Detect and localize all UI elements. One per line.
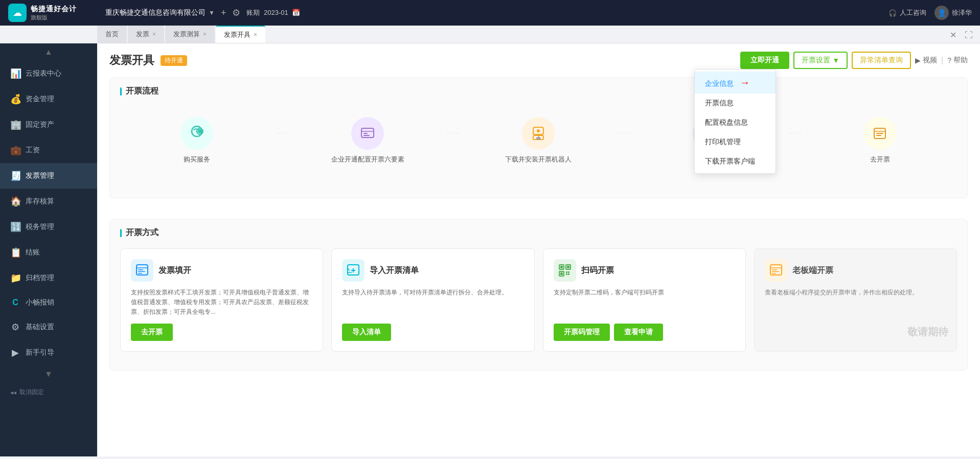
sidebar-item-guide[interactable]: ▶ 新手引导	[0, 340, 97, 365]
sidebar-scroll-down[interactable]: ▼	[0, 365, 97, 383]
invoice-settings-dropdown: 企业信息 → 开票信息 配置税盘信息 打印机管理 下	[694, 69, 776, 174]
add-company-button[interactable]: +	[221, 8, 226, 18]
video-label: 视频	[923, 56, 937, 65]
tab-invoice-tool-label: 发票开具	[224, 30, 250, 39]
sidebar-item-archive[interactable]: 📁 归档管理	[0, 265, 97, 291]
logo-title: 畅捷通好会计	[31, 5, 77, 14]
svg-rect-4	[361, 128, 374, 137]
activate-button[interactable]: 立即开通	[740, 52, 789, 69]
dropdown-arrow-icon: ▼	[832, 56, 839, 64]
fill-icon	[131, 259, 153, 282]
guide-icon: ▶	[10, 347, 20, 358]
sidebar-item-invoice-mgmt[interactable]: 🧾 发票管理	[0, 163, 97, 189]
help-button[interactable]: ? 帮助	[947, 56, 968, 65]
video-button[interactable]: ▶ 视频	[915, 56, 937, 65]
svg-rect-29	[567, 266, 569, 268]
tab-bar: 首页 发票 × 发票测算 × 发票开具 × ✕ ⛶	[0, 26, 980, 43]
svg-rect-30	[560, 272, 563, 275]
tab-home[interactable]: 首页	[97, 26, 127, 43]
tab-invoice-test[interactable]: 发票测算 ×	[165, 26, 215, 43]
page-header: 发票开具 待开通 立即开通 开票设置 ▼ 企业信息 →	[97, 43, 980, 77]
dropdown-item-company-info[interactable]: 企业信息 →	[695, 72, 776, 94]
flow-section: 开票流程 +	[97, 77, 980, 219]
svg-rect-39	[772, 273, 776, 274]
svg-rect-7	[363, 135, 370, 136]
headset-icon: 🎧	[888, 9, 897, 17]
step-go-invoice-icon	[863, 117, 896, 150]
flow-connector-4: · · · · ·	[786, 130, 803, 136]
sidebar-item-funds[interactable]: 💰 资金管理	[0, 86, 97, 112]
logo-icon: ☁	[8, 4, 27, 22]
boss-title: 老板端开票	[792, 265, 833, 276]
accounting-icon: 📋	[10, 247, 20, 258]
svg-point-1	[198, 129, 202, 133]
step-buy-icon: +	[180, 117, 213, 150]
xiaochang-icon: C	[10, 298, 20, 307]
tab-invoice-close[interactable]: ×	[152, 31, 156, 38]
consult-label: 人工咨询	[900, 8, 926, 17]
svg-text:🤖: 🤖	[536, 135, 541, 140]
sidebar-item-reports[interactable]: 📊 云报表中心	[0, 61, 97, 86]
sidebar-item-tax[interactable]: 🔢 税务管理	[0, 214, 97, 240]
flow-connector-2: · · · · ·	[445, 130, 462, 136]
sidebar-item-accounting[interactable]: 📋 结账	[0, 240, 97, 265]
qr-code-manage-button[interactable]: 开票码管理	[554, 324, 610, 341]
sidebar-item-tax-label: 税务管理	[26, 222, 54, 232]
svg-point-9	[537, 129, 540, 132]
sidebar-item-xiaochang-label: 小畅报销	[26, 298, 54, 307]
tab-invoice-test-close[interactable]: ×	[203, 31, 207, 38]
tab-invoice-tool[interactable]: 发票开具 ×	[216, 26, 265, 43]
coming-soon-text: 敬请期待	[907, 326, 948, 337]
sidebar-item-xiaochang[interactable]: C 小畅报销	[0, 291, 97, 314]
sidebar-item-guide-label: 新手引导	[26, 348, 54, 357]
flow-step-install: 🤖 下载并安装开票机器人	[462, 117, 616, 164]
invoice-settings-button[interactable]: 开票设置 ▼	[793, 52, 848, 69]
sidebar-item-settings[interactable]: ⚙ 基础设置	[0, 314, 97, 340]
help-label: 帮助	[953, 56, 968, 65]
sidebar-item-inventory[interactable]: 🏠 库存核算	[0, 189, 97, 214]
dropdown-item-invoice-info[interactable]: 开票信息	[695, 94, 776, 113]
scan-title: 扫码开票	[581, 265, 614, 276]
settings-icon-button[interactable]: ⚙	[232, 7, 240, 18]
unpin-icon: ◂◂	[10, 389, 16, 396]
settings-dropdown-container: 开票设置 ▼ 企业信息 → 开票信息 配置税盘信息	[793, 52, 848, 69]
svg-text:+: +	[196, 129, 199, 134]
sidebar-item-invoice-mgmt-label: 发票管理	[26, 171, 54, 180]
sidebar-item-assets[interactable]: 🏢 固定资产	[0, 112, 97, 137]
import-desc: 支持导入待开票清单，可对待开票清单进行拆分、合并处理。	[342, 288, 523, 297]
step-config-icon	[351, 117, 384, 150]
tab-invoice-tool-close[interactable]: ×	[254, 31, 257, 38]
human-consult[interactable]: 🎧 人工咨询	[888, 8, 926, 17]
step-install-label: 下载并安装开票机器人	[505, 155, 572, 164]
maximize-window-button[interactable]: ⛶	[962, 29, 976, 41]
flow-steps: + 购买服务 · · · · ·	[120, 107, 957, 174]
svg-rect-23	[138, 273, 142, 274]
method-card-scan: 扫码开票 支持定制开票二维码，客户端可扫码开票 开票码管理 查看申请	[543, 248, 746, 352]
exception-list-button[interactable]: 异常清单查询	[852, 52, 911, 69]
svg-rect-18	[876, 135, 881, 136]
sidebar-item-funds-label: 资金管理	[26, 95, 54, 104]
archive-icon: 📁	[10, 272, 20, 284]
dropdown-item-printer-mgmt[interactable]: 打印机管理	[695, 132, 776, 152]
avatar: 👤	[935, 6, 949, 20]
view-apply-button[interactable]: 查看申请	[614, 324, 663, 341]
dropdown-item-tax-config[interactable]: 配置税盘信息	[695, 113, 776, 132]
tab-invoice[interactable]: 发票 ×	[128, 26, 164, 43]
import-list-button[interactable]: 导入清单	[342, 324, 391, 341]
tax-config-label: 配置税盘信息	[705, 118, 748, 126]
fill-go-invoice-button[interactable]: 去开票	[131, 324, 173, 341]
method-card-fill: 发票填开 支持按照发票样式手工填开发票；可开具增值税电子普通发票、增值税普通发票…	[120, 248, 323, 352]
close-window-button[interactable]: ✕	[947, 29, 960, 41]
company-selector[interactable]: 重庆畅捷交通信息咨询有限公司 ▼	[105, 8, 215, 17]
invoice-settings-label: 开票设置	[802, 56, 830, 65]
svg-rect-22	[138, 271, 145, 272]
method-card-boss-header: 老板端开票	[765, 259, 946, 282]
main-layout: ▲ 📊 云报表中心 💰 资金管理 🏢 固定资产 💼 工资 🧾 发票管理 🏠 库存…	[0, 43, 980, 456]
svg-rect-38	[772, 271, 779, 272]
sidebar-unpin[interactable]: ◂◂ 取消固定	[0, 383, 97, 402]
sidebar-item-payroll[interactable]: 💼 工资	[0, 137, 97, 163]
sidebar-item-inventory-label: 库存核算	[26, 197, 54, 206]
sidebar-scroll-up[interactable]: ▲	[0, 43, 97, 61]
period-label: 账期 2023-01 📅	[246, 8, 300, 17]
dropdown-item-download-client[interactable]: 下载开票客户端	[695, 152, 776, 171]
